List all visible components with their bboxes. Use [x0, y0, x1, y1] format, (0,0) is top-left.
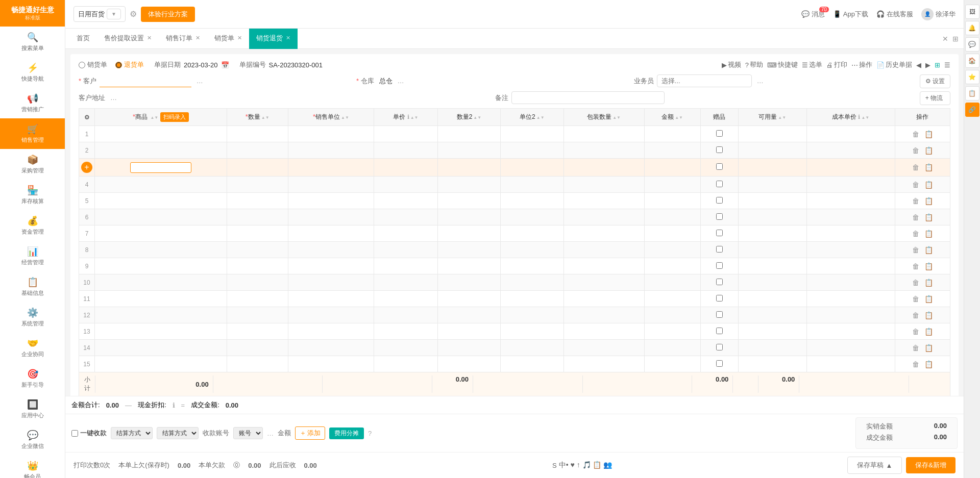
sidebar-item-guide[interactable]: 🎯 新手引导 — [0, 363, 65, 394]
product-cell[interactable] — [95, 340, 227, 356]
split-help-icon[interactable]: ? — [368, 430, 372, 437]
amount-cell[interactable] — [644, 177, 700, 193]
staff-input[interactable] — [657, 74, 752, 87]
gift-checkbox[interactable] — [716, 197, 723, 204]
product-cell[interactable] — [95, 193, 227, 209]
amount-cell[interactable] — [644, 291, 700, 307]
customer-input[interactable] — [100, 75, 191, 87]
price-sort-icon[interactable]: ▲▼ — [410, 116, 419, 120]
copy-row-button[interactable]: 📋 — [923, 311, 934, 319]
amount-cell[interactable] — [644, 193, 700, 209]
gift-cell[interactable] — [700, 177, 738, 193]
unit2-cell[interactable] — [501, 177, 564, 193]
qty-cell[interactable] — [227, 340, 288, 356]
gift-cell[interactable] — [700, 126, 738, 142]
gift-checkbox[interactable] — [716, 230, 723, 236]
pkgqty-cell[interactable] — [564, 274, 644, 291]
qty-cell[interactable] — [227, 323, 288, 340]
delete-row-button[interactable]: 🗑 — [911, 360, 920, 368]
tab-sales-goods[interactable]: 销货单 ✕ — [207, 29, 249, 49]
unit-cell[interactable] — [288, 274, 374, 291]
delete-row-button[interactable]: 🗑 — [911, 163, 920, 171]
product-cell[interactable] — [95, 242, 227, 258]
user-profile[interactable]: 👤 徐泽华 — [921, 8, 955, 20]
industry-select[interactable]: 日用百货 ▼ — [74, 6, 126, 22]
qty2-cell[interactable] — [437, 274, 500, 291]
tab-price-extract[interactable]: 售价提取设置 ✕ — [97, 29, 159, 49]
gift-checkbox[interactable] — [716, 146, 723, 153]
qty2-sort-icon[interactable]: ▲▼ — [473, 116, 481, 120]
save-new-button[interactable]: 保存&新增 — [906, 457, 955, 473]
price-cell[interactable] — [374, 274, 438, 291]
close-all-tabs-button[interactable]: ✕ — [941, 34, 949, 44]
pkgqty-cell[interactable] — [564, 126, 644, 142]
message-area[interactable]: 💬 70 消息 — [801, 10, 825, 19]
price-cell[interactable] — [374, 291, 438, 307]
unit-cell[interactable] — [288, 142, 374, 159]
amount-cell[interactable] — [644, 242, 700, 258]
gift-checkbox[interactable] — [716, 246, 723, 253]
costprice-cell[interactable] — [806, 274, 895, 291]
gift-cell[interactable] — [700, 258, 738, 274]
amount-cell[interactable] — [644, 225, 700, 242]
toolbar-help[interactable]: ? 帮助 — [745, 60, 763, 69]
add-row-button[interactable]: + — [81, 162, 92, 173]
gift-checkbox[interactable] — [716, 311, 723, 318]
pkgqty-cell[interactable] — [564, 159, 644, 177]
sidebar-item-system[interactable]: ⚙️ 系统管理 — [0, 302, 65, 333]
available-cell[interactable] — [738, 340, 806, 356]
costprice-cell[interactable] — [806, 177, 895, 193]
gift-cell[interactable] — [700, 225, 738, 242]
copy-row-button[interactable]: 📋 — [923, 246, 934, 254]
qty-cell[interactable] — [227, 177, 288, 193]
radio-return-input[interactable] — [115, 62, 122, 68]
pkgqty-cell[interactable] — [564, 209, 644, 225]
price-cell[interactable] — [374, 142, 438, 159]
costprice-cell[interactable] — [806, 225, 895, 242]
unit2-cell[interactable] — [501, 307, 564, 323]
qty-cell[interactable] — [227, 291, 288, 307]
payment-method-select[interactable]: 结算方式 — [157, 427, 199, 439]
save-draft-button[interactable]: 保存草稿 ▲ — [847, 457, 902, 474]
copy-row-button[interactable]: 📋 — [923, 130, 934, 138]
delete-row-button[interactable]: 🗑 — [911, 311, 920, 319]
sidebar-item-search[interactable]: 🔍 搜索菜单 — [0, 27, 65, 57]
radio-return[interactable]: 退货单 — [115, 60, 144, 69]
delete-row-button[interactable]: 🗑 — [911, 328, 920, 336]
amount-cell[interactable] — [644, 307, 700, 323]
pkgqty-sort-icon[interactable]: ▲▼ — [612, 116, 621, 120]
product-cell[interactable] — [95, 126, 227, 142]
pkgqty-cell[interactable] — [564, 356, 644, 372]
product-cell[interactable] — [95, 258, 227, 274]
unit-cell[interactable] — [288, 159, 374, 177]
gift-checkbox[interactable] — [716, 130, 723, 137]
right-panel-star-btn[interactable]: ⭐ — [965, 70, 979, 84]
pkgqty-cell[interactable] — [564, 225, 644, 242]
tab-sales-return[interactable]: 销货退货 ✕ — [249, 29, 298, 49]
toolbar-select[interactable]: ☰ 选单 — [802, 60, 822, 69]
gift-cell[interactable] — [700, 209, 738, 225]
scan-button[interactable]: 扫码录入 — [160, 112, 189, 122]
sidebar-item-finance[interactable]: 💰 资金管理 — [0, 210, 65, 241]
gift-cell[interactable] — [700, 291, 738, 307]
gift-cell[interactable] — [700, 159, 738, 177]
unit2-cell[interactable] — [501, 356, 564, 372]
unit2-cell[interactable] — [501, 340, 564, 356]
sidebar-item-marketing[interactable]: 📢 营销推广 — [0, 88, 65, 118]
dots-icon[interactable]: … — [267, 430, 274, 437]
amount-cell[interactable] — [644, 258, 700, 274]
sidebar-item-shortcut[interactable]: ⚡ 快捷导航 — [0, 57, 65, 88]
right-panel-home-btn[interactable]: 🏠 — [965, 54, 979, 68]
product-cell[interactable] — [95, 209, 227, 225]
price-cell[interactable] — [374, 242, 438, 258]
gift-cell[interactable] — [700, 340, 738, 356]
gift-checkbox[interactable] — [716, 262, 723, 269]
unit2-cell[interactable] — [501, 225, 564, 242]
price-cell[interactable] — [374, 258, 438, 274]
price-cell[interactable] — [374, 159, 438, 177]
delete-row-button[interactable]: 🗑 — [911, 246, 920, 254]
pkgqty-cell[interactable] — [564, 193, 644, 209]
unit2-cell[interactable] — [501, 291, 564, 307]
online-service-link[interactable]: 🎧 在线客服 — [876, 10, 913, 19]
sidebar-item-sales[interactable]: 🛒 销售管理 — [0, 118, 65, 149]
